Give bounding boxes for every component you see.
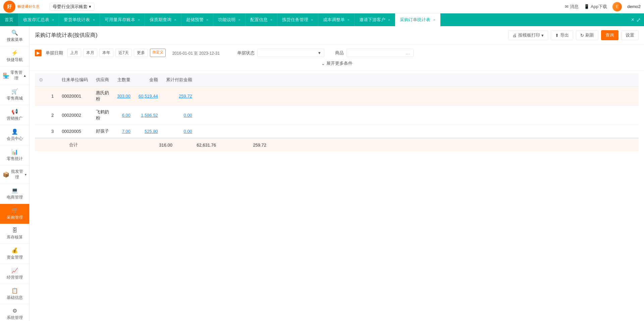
row-amount[interactable]: 525.80: [135, 125, 162, 138]
page-container: 采购订单统计表(按供应商) 🖨 按模板打印 ▾ ⬆ 导出 ↻ 刷新: [30, 26, 644, 321]
filter-toggle-button[interactable]: ▶: [35, 50, 42, 56]
date-btn-this-year[interactable]: 本年: [99, 49, 113, 57]
sidebar-item-retail-stat[interactable]: 📊 零售统计: [0, 145, 29, 165]
settings-label: 设置: [626, 32, 634, 38]
table-row: 1 00020001 惠氏奶粉 303.00 60,519.44 259.72: [35, 87, 639, 106]
column-settings-icon[interactable]: ⚙: [39, 77, 43, 83]
tab-overstock[interactable]: 超储预警 ×: [181, 13, 213, 26]
sidebar-item-search[interactable]: 🔍 搜索菜单: [0, 26, 29, 46]
sidebar-item-system[interactable]: ⚙ 系统管理: [0, 304, 29, 321]
tab-pick-task[interactable]: 拣货任务管理 ×: [277, 13, 318, 26]
close-icon[interactable]: ×: [93, 18, 95, 22]
row-index: 1: [47, 87, 58, 106]
goods-input[interactable]: …: [346, 49, 414, 57]
date-btn-7days[interactable]: 近7天: [115, 49, 132, 57]
row-amount[interactable]: 60,519.44: [135, 87, 162, 106]
row-supplier-code: 00020001: [58, 87, 92, 106]
top-bar: 好 畅捷通好生意 母婴行业演示账套 ▾ ✉ 消息 📱 App下载 E demo2: [0, 0, 644, 13]
page-header: 采购订单统计表(按供应商) 🖨 按模板打印 ▾ ⬆ 导出 ↻ 刷新: [30, 26, 644, 45]
sidebar: 🔍 搜索菜单 ⚡ 快捷导航 🏪 零售管理 ▲ 🛒 零售商城 📢 营销推广 👤 会…: [0, 26, 30, 321]
row-main-qty[interactable]: 7.00: [113, 125, 135, 138]
page-title: 采购订单统计表(按供应商): [35, 32, 98, 39]
sidebar-item-retail[interactable]: 🏪 零售管理 ▲: [0, 66, 29, 85]
goods-filter-label: 商品: [335, 50, 344, 56]
row-spacer: [196, 125, 639, 138]
avatar: E: [612, 2, 622, 11]
close-icon[interactable]: ×: [52, 18, 54, 22]
expand-more-button[interactable]: ⌄ 展开更多条件: [35, 60, 639, 66]
window-close-icon[interactable]: ×: [631, 17, 634, 23]
tab-invite-downstream[interactable]: 邀请下游客户 ×: [355, 13, 395, 26]
tab-config-info[interactable]: 配置信息 ×: [246, 13, 277, 26]
row-paid-amount[interactable]: 0.00: [162, 125, 196, 138]
sidebar-item-basic-info[interactable]: 📋 基础信息: [0, 284, 29, 304]
tab-cost-adjust[interactable]: 成本调整单 ×: [318, 13, 355, 26]
sidebar-item-operations[interactable]: 📈 经营管理: [0, 264, 29, 284]
row-amount[interactable]: 1,586.52: [135, 106, 162, 125]
sidebar-item-inventory[interactable]: 🗄 库存核算: [0, 224, 29, 244]
col-supplier-code: 往来单位编码: [58, 73, 92, 87]
tab-label: 可用量库存账本: [105, 17, 135, 23]
query-label: 查询: [605, 32, 614, 38]
message-button[interactable]: ✉ 消息: [565, 4, 579, 10]
date-btn-last-month[interactable]: 上月: [67, 49, 81, 57]
sidebar-item-label: 零售商城: [7, 96, 23, 101]
workspace-arrow-icon: ▾: [89, 4, 91, 9]
workspace-selector[interactable]: 母婴行业演示账套 ▾: [50, 3, 94, 11]
tab-home[interactable]: 首页: [0, 13, 18, 26]
sidebar-item-retail-store[interactable]: 🛒 零售商城: [0, 85, 29, 105]
close-icon[interactable]: ×: [347, 18, 350, 22]
window-expand-icon[interactable]: ⤢: [636, 17, 641, 23]
row-main-qty[interactable]: 303.00: [113, 87, 135, 106]
close-icon[interactable]: ×: [388, 18, 390, 22]
date-btn-more[interactable]: 更多: [134, 49, 148, 57]
status-select[interactable]: ▾: [257, 49, 324, 57]
sidebar-item-member[interactable]: 👤 会员中心: [0, 125, 29, 145]
close-icon[interactable]: ×: [270, 18, 272, 22]
sidebar-item-label: 批发管理: [10, 169, 24, 180]
sidebar-item-ecommerce[interactable]: 💻 电商管理: [0, 184, 29, 204]
tab-label: 功能说明: [218, 17, 235, 23]
refresh-label: 刷新: [585, 32, 594, 38]
close-icon[interactable]: ×: [206, 18, 208, 22]
row-spacer: [196, 87, 639, 106]
close-icon[interactable]: ×: [433, 18, 435, 22]
table-row: 3 00020005 好孩子 7.00 525.80 0.00: [35, 125, 639, 138]
close-icon[interactable]: ×: [174, 18, 176, 22]
stat-icon: 📊: [11, 149, 18, 155]
settings-button[interactable]: 设置: [621, 30, 639, 40]
print-button[interactable]: 🖨 按模板打印 ▾: [508, 30, 548, 40]
tab-shelf-query[interactable]: 保质期查询 ×: [145, 13, 181, 26]
export-button[interactable]: ⬆ 导出: [551, 30, 573, 40]
app-download-button[interactable]: 📱 App下载: [584, 4, 607, 10]
more-options-icon[interactable]: …: [406, 50, 410, 55]
row-paid-amount[interactable]: 259.72: [162, 87, 196, 106]
filter-row-1: ▶ 单据日期 上月 本月 本年 近7天 更多 自定义 2016-01-01 至 …: [35, 49, 639, 57]
sidebar-item-wholesale[interactable]: 📦 批发管理 ▾: [0, 165, 29, 184]
refresh-button[interactable]: ↻ 刷新: [576, 30, 598, 40]
tab-purchase-stat[interactable]: 采购订单统计表 ×: [395, 13, 440, 26]
row-supplier-code: 00020002: [58, 106, 92, 125]
close-icon[interactable]: ×: [311, 18, 313, 22]
sidebar-item-label: 资金管理: [7, 255, 23, 260]
close-icon[interactable]: ×: [238, 18, 240, 22]
data-table: ⚙ 往来单位编码 供应商 主数量 金额 累计付款金额: [35, 73, 639, 138]
query-button[interactable]: 查询: [601, 30, 619, 40]
sidebar-item-marketing[interactable]: 📢 营销推广: [0, 105, 29, 125]
sidebar-item-finance[interactable]: 💰 资金管理: [0, 244, 29, 264]
row-settings-cell: [35, 106, 47, 125]
tab-receive-send[interactable]: 收发存汇总表 ×: [18, 13, 59, 26]
date-btn-this-month[interactable]: 本月: [83, 49, 97, 57]
status-select-arrow-icon: ▾: [318, 50, 321, 55]
tab-func-desc[interactable]: 功能说明 ×: [213, 13, 245, 26]
tab-available-stock[interactable]: 可用量库存账本 ×: [100, 13, 145, 26]
row-paid-amount[interactable]: 0.00: [162, 106, 196, 125]
user-name[interactable]: demo2: [627, 4, 641, 9]
custom-date-tag[interactable]: 自定义: [150, 49, 166, 57]
row-main-qty[interactable]: 6.00: [113, 106, 135, 125]
close-icon[interactable]: ×: [138, 18, 140, 22]
sidebar-item-purchase[interactable]: 🛒 采购管理: [0, 204, 29, 224]
table-row: 2 00020002 飞鹤奶粉 6.00 1,586.52 0.00: [35, 106, 639, 125]
tab-order-stat[interactable]: 要货单统计表 ×: [59, 13, 100, 26]
sidebar-item-quick-nav[interactable]: ⚡ 快捷导航: [0, 46, 29, 66]
